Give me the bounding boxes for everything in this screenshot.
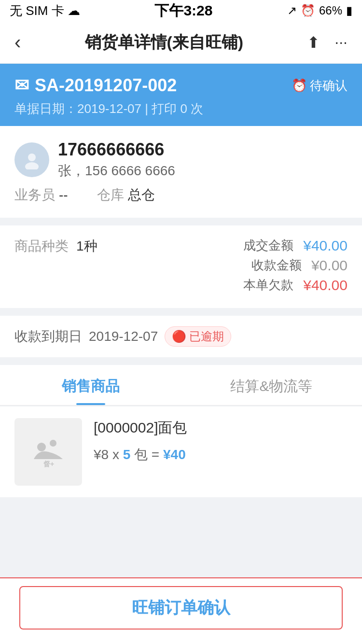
product-unit: 包 <box>134 447 148 462</box>
salesperson-value: -- <box>59 187 68 203</box>
status-bar: 无 SIM 卡 ☁ 下午3:28 ↗ ⏰ 66% ▮ <box>0 0 362 21</box>
product-details: [0000002]面包 ¥8 x 5 包 = ¥40 <box>94 418 348 464</box>
summary-section: 商品种类 1种 成交金额 ¥40.00 收款金额 ¥0.00 本单欠款 ¥40.… <box>0 225 362 316</box>
deal-amount-label: 成交金额 <box>243 237 293 254</box>
status-clock-icon: ⏰ <box>292 78 307 93</box>
avatar <box>14 142 49 177</box>
owed-amount-label: 本单欠款 <box>243 277 293 294</box>
product-unit-price: ¥8 <box>94 447 109 462</box>
received-amount-row: 收款金额 ¥0.00 <box>243 257 348 274</box>
location-icon: ↗ <box>287 4 297 17</box>
order-number: ✉ SA-20191207-002 <box>14 75 177 96</box>
nav-actions: ⬆ ··· <box>307 33 348 52</box>
svg-point-0 <box>28 154 36 161</box>
owed-amount-row: 本单欠款 ¥40.00 <box>243 277 348 294</box>
product-type-value: 1种 <box>76 237 97 255</box>
svg-point-3 <box>50 440 56 447</box>
order-icon: ✉ <box>14 75 29 96</box>
nav-bar: ‹ 销货单详情(来自旺铺) ⬆ ··· <box>0 21 362 64</box>
bottom-bar: 旺铺订单确认 <box>0 577 362 644</box>
received-amount-label: 收款金额 <box>251 257 302 274</box>
price-multiply: x <box>112 447 123 462</box>
product-type-label: 商品种类 <box>14 237 69 255</box>
alarm-icon: ⏰ <box>301 4 315 17</box>
order-date: 单据日期：2019-12-07 | 打印 0 次 <box>14 100 348 117</box>
product-name: [0000002]面包 <box>94 418 348 438</box>
svg-point-1 <box>25 162 39 169</box>
owed-amount-value: ¥40.00 <box>303 277 348 294</box>
svg-point-2 <box>37 443 46 451</box>
more-icon[interactable]: ··· <box>334 33 348 51</box>
due-label: 收款到期日 <box>14 327 82 346</box>
product-item: 督+ [0000002]面包 ¥8 x 5 包 = ¥40 <box>14 418 348 486</box>
product-thumbnail: 督+ <box>14 418 82 486</box>
salesperson-label: 业务员 <box>14 186 55 204</box>
confirm-button[interactable]: 旺铺订单确认 <box>19 586 343 630</box>
deal-amount-value: ¥40.00 <box>303 238 348 254</box>
page-title: 销货单详情(来自旺铺) <box>85 31 244 54</box>
deal-amount-row: 成交金额 ¥40.00 <box>243 237 348 254</box>
tab-settlement-label: 结算&物流等 <box>230 378 312 394</box>
export-icon[interactable]: ⬆ <box>307 33 320 52</box>
sim-status: 无 SIM 卡 ☁ <box>10 2 80 19</box>
tab-settlement[interactable]: 结算&物流等 <box>181 365 362 405</box>
overdue-text: 已逾期 <box>189 329 224 344</box>
overdue-icon: 🔴 <box>172 330 186 343</box>
due-section: 收款到期日 2019-12-07 🔴 已逾期 <box>0 316 362 365</box>
product-list: 督+ [0000002]面包 ¥8 x 5 包 = ¥40 <box>0 406 362 497</box>
customer-section: 17666666666 张，156 6666 6666 业务员 -- 仓库 总仓 <box>0 126 362 225</box>
amounts: 成交金额 ¥40.00 收款金额 ¥0.00 本单欠款 ¥40.00 <box>243 237 348 296</box>
product-type: 商品种类 1种 <box>14 237 97 255</box>
order-banner: ✉ SA-20191207-002 ⏰ 待确认 单据日期：2019-12-07 … <box>0 64 362 126</box>
received-amount-value: ¥0.00 <box>311 257 348 274</box>
warehouse-item: 仓库 总仓 <box>97 186 155 204</box>
tab-sales-products[interactable]: 销售商品 <box>0 365 181 405</box>
product-total: ¥40 <box>163 447 186 462</box>
svg-text:督+: 督+ <box>43 460 54 468</box>
product-qty: 5 <box>123 447 131 462</box>
back-button[interactable]: ‹ <box>14 31 21 53</box>
due-date: 2019-12-07 <box>89 329 158 344</box>
salesperson-item: 业务员 -- <box>14 186 68 204</box>
tab-sales-products-label: 销售商品 <box>62 378 120 394</box>
order-status-text: 待确认 <box>310 77 348 94</box>
warehouse-label: 仓库 <box>97 186 124 204</box>
order-number-text: SA-20191207-002 <box>35 75 177 96</box>
customer-phone: 17666666666 <box>58 140 175 160</box>
order-status: ⏰ 待确认 <box>292 77 348 94</box>
overdue-badge: 🔴 已逾期 <box>165 326 231 347</box>
product-price-row: ¥8 x 5 包 = ¥40 <box>94 446 348 464</box>
customer-meta: 业务员 -- 仓库 总仓 <box>14 186 348 204</box>
status-left: 无 SIM 卡 ☁ <box>10 2 80 19</box>
tabs: 销售商品 结算&物流等 <box>0 365 362 406</box>
battery-level: 66% <box>319 4 342 17</box>
status-time: 下午3:28 <box>154 1 212 21</box>
customer-sub: 张，156 6666 6666 <box>58 162 175 180</box>
battery-icon: ▮ <box>346 4 352 17</box>
warehouse-value: 总仓 <box>128 186 155 204</box>
status-right: ↗ ⏰ 66% ▮ <box>287 4 352 17</box>
price-equals: = <box>152 447 163 462</box>
